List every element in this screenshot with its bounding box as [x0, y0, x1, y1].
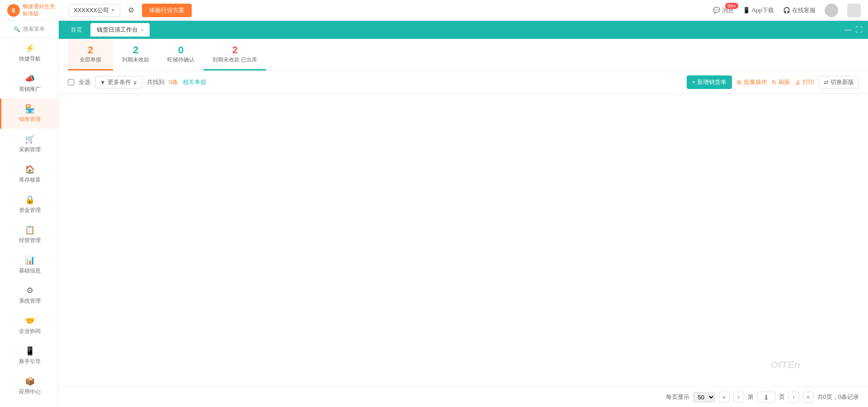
new-sales-order-button[interactable]: + 新增销货单 — [687, 75, 732, 89]
sidebar-item-search-menu[interactable]: 🔍 搜索菜单 — [0, 21, 58, 38]
main-layout: 🔍 搜索菜单 ⚡ 快捷导航 📣 营销推广 🏪 销售管理 🛒 采购管理 🏠 库存核… — [0, 21, 868, 407]
company-selector[interactable]: XXXXXX公司 ▼ — [69, 4, 120, 17]
sidebar-item-cooperation[interactable]: 🤝 企业协同 — [0, 310, 58, 341]
sidebar-item-marketing[interactable]: 📣 营销推广 — [0, 68, 58, 98]
inventory-label: 库存核算 — [19, 176, 41, 184]
switch-icon: ⇄ — [824, 79, 829, 86]
sidebar: 🔍 搜索菜单 ⚡ 快捷导航 📣 营销推广 🏪 销售管理 🛒 采购管理 🏠 库存核… — [0, 21, 59, 407]
sidebar-item-inventory[interactable]: 🏠 库存核算 — [0, 159, 58, 189]
tab-home[interactable]: 首页 — [64, 23, 89, 37]
sales-icon: 🏪 — [25, 104, 35, 114]
basic-info-label: 基础信息 — [19, 267, 41, 275]
tab-minimize-icon[interactable]: — — [844, 26, 852, 34]
sales-label: 销售管理 — [19, 116, 41, 123]
refresh-icon: ↻ — [772, 79, 777, 86]
guide-icon: 📱 — [25, 346, 35, 356]
dropdown-arrow-icon: ▼ — [111, 8, 115, 13]
sidebar-item-operations[interactable]: 📋 经营管理 — [0, 220, 58, 250]
pagination-bar: 每页显示 50 « ‹ 第 页 › » 共0页，0条记录 — [59, 387, 868, 407]
sidebar-item-guide[interactable]: 📱 新手引导 — [0, 341, 58, 371]
toolbar: 全选 ▼ 更多条件 ∨ 共找到 0条 相关单据 + 新增销货单 ⚙ 批量操作 — [59, 71, 868, 94]
tab-close-icon[interactable]: × — [141, 27, 143, 33]
per-page-label: 每页显示 — [666, 393, 689, 401]
tab-workbench[interactable]: 钱货日清工作台 × — [90, 23, 150, 37]
page-number-input[interactable] — [757, 392, 775, 402]
sidebar-item-app-center[interactable]: 📦 应用中心 — [0, 371, 58, 401]
logo-text: 畅捷通好生意 标准版 — [23, 3, 55, 17]
toolbar-right: + 新增销货单 ⚙ 批量操作 ↻ 刷新 🖨 打印 ⇄ — [687, 75, 859, 89]
tab-home-label: 首页 — [71, 26, 82, 34]
pending-count: 0 — [178, 44, 184, 56]
online-service-label: 在线客服 — [792, 6, 816, 14]
total-info: 共0页，0条记录 — [817, 393, 859, 401]
trial-button[interactable]: 体验行业方案 — [142, 4, 192, 17]
messages-action[interactable]: 💬 消息 99+ — [713, 6, 734, 14]
batch-operation-button[interactable]: ⚙ 批量操作 — [736, 78, 767, 86]
inventory-icon: 🏠 — [25, 164, 35, 174]
last-page-button[interactable]: » — [803, 392, 814, 402]
sidebar-item-basic-info[interactable]: 📊 基础信息 — [0, 250, 58, 280]
sidebar-item-wechat[interactable]: 💬 企业微信 — [0, 401, 58, 407]
lightning-icon: ⚡ — [25, 43, 35, 53]
per-page-select[interactable]: 50 — [693, 392, 715, 402]
found-prefix: 共找到 — [147, 78, 165, 86]
table-area — [59, 94, 868, 387]
status-tab-all[interactable]: 2 全部单据 — [68, 39, 113, 70]
print-icon: 🖨 — [795, 79, 801, 86]
main-content: 首页 钱货日清工作台 × — ⛶ 2 全部单据 2 到期 — [59, 21, 868, 407]
avatar-extra[interactable] — [847, 4, 861, 17]
more-filter-button[interactable]: ▼ 更多条件 ∨ — [95, 76, 142, 89]
sidebar-item-finance[interactable]: 🔒 资金管理 — [0, 189, 58, 220]
batch-label: 批量操作 — [744, 78, 767, 86]
prev-page-button[interactable]: ‹ — [733, 392, 744, 402]
download-icon: 📱 — [743, 7, 750, 14]
app-download-action[interactable]: 📱 App下载 — [743, 6, 774, 14]
print-button[interactable]: 🖨 打印 — [795, 78, 814, 86]
message-icon: 💬 — [713, 7, 720, 14]
refresh-label: 刷新 — [778, 78, 790, 86]
filter-icon: ▼ — [100, 79, 106, 86]
top-header: 6 畅捷通好生意 标准版 XXXXXX公司 ▼ ⚙ 体验行业方案 💬 消息 99… — [0, 0, 868, 21]
purchase-label: 采购管理 — [19, 146, 41, 154]
next-page-button[interactable]: › — [788, 392, 799, 402]
status-tabs: 2 全部单据 2 到期未收款 0 旺辅待确认 2 到期未收款 已出库 — [59, 39, 868, 71]
header-left: 6 畅捷通好生意 标准版 XXXXXX公司 ▼ ⚙ 体验行业方案 — [7, 3, 192, 17]
logo-area: 6 畅捷通好生意 标准版 — [7, 3, 55, 17]
status-tab-overdue-out[interactable]: 2 到期未收款 已出库 — [203, 39, 266, 70]
sidebar-item-sales[interactable]: 🏪 销售管理 — [0, 98, 58, 129]
toolbar-left: 全选 ▼ 更多条件 ∨ 共找到 0条 相关单据 — [68, 76, 682, 89]
search-menu-label: 搜索菜单 — [23, 25, 45, 33]
select-all-checkbox[interactable] — [68, 79, 74, 85]
online-service-action[interactable]: 🎧 在线客服 — [783, 6, 816, 14]
settings-icon[interactable]: ⚙ — [125, 4, 137, 17]
first-page-button[interactable]: « — [719, 392, 730, 402]
app-download-label: App下载 — [752, 6, 774, 14]
more-filter-label: 更多条件 — [108, 78, 131, 86]
batch-icon: ⚙ — [736, 79, 742, 86]
app-center-label: 应用中心 — [19, 388, 41, 396]
cooperation-icon: 🤝 — [25, 316, 35, 326]
app-center-icon: 📦 — [25, 376, 35, 386]
operations-icon: 📋 — [25, 225, 35, 235]
select-all-label: 全选 — [79, 78, 90, 86]
pending-label: 旺辅待确认 — [167, 56, 194, 64]
page-label-end: 页 — [779, 393, 785, 401]
cooperation-label: 企业协同 — [19, 327, 41, 335]
refresh-button[interactable]: ↻ 刷新 — [772, 78, 790, 86]
content-area: 2 全部单据 2 到期未收款 0 旺辅待确认 2 到期未收款 已出库 — [59, 39, 868, 407]
quick-nav-label: 快捷导航 — [19, 55, 41, 63]
sidebar-item-purchase[interactable]: 🛒 采购管理 — [0, 129, 58, 159]
tab-bar: 首页 钱货日清工作台 × — ⛶ — [59, 21, 868, 39]
switch-version-button[interactable]: ⇄ 切换新版 — [819, 76, 859, 89]
finance-icon: 🔒 — [25, 195, 35, 205]
sidebar-item-system[interactable]: ⚙ 系统管理 — [0, 280, 58, 310]
avatar[interactable] — [825, 4, 838, 17]
tab-maximize-icon[interactable]: ⛶ — [855, 26, 863, 34]
operations-label: 经营管理 — [19, 237, 41, 244]
company-name: XXXXXX公司 — [74, 6, 109, 14]
tab-controls: — ⛶ — [844, 26, 863, 34]
status-tab-pending[interactable]: 0 旺辅待确认 — [158, 39, 203, 70]
sidebar-item-quick-nav[interactable]: ⚡ 快捷导航 — [0, 38, 58, 68]
marketing-icon: 📣 — [25, 74, 35, 84]
status-tab-overdue[interactable]: 2 到期未收款 — [113, 39, 158, 70]
